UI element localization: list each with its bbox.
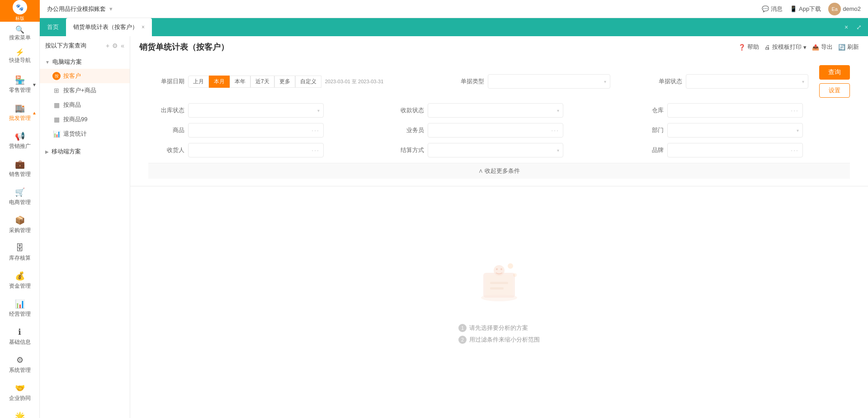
sidebar-item-ecommerce[interactable]: 🛒 电商管理	[0, 183, 39, 211]
app-title: 办公用品行业模拟账套	[47, 5, 106, 13]
header-app-download[interactable]: 📱 App下载	[790, 5, 821, 13]
scheme-item-by-goods99[interactable]: ▦ 按商品99	[40, 112, 130, 127]
empty-state-icon	[472, 259, 526, 313]
tab-close-icon[interactable]: ×	[142, 24, 145, 30]
warehouse-dots: ···	[791, 107, 799, 114]
sidebar-item-retail[interactable]: 🏪 零售管理 ▼	[0, 71, 39, 99]
query-button[interactable]: 查询	[819, 65, 850, 80]
payment-arrow-icon: ▾	[557, 108, 559, 113]
recipient-filter[interactable]: ···	[188, 143, 324, 157]
dept-filter[interactable]: ▾	[667, 123, 803, 138]
sidebar-item-newbie[interactable]: 🌟 新手引导	[0, 407, 39, 418]
warehouse-filter[interactable]: ···	[667, 103, 803, 118]
doc-status-filter[interactable]: ▾	[686, 74, 808, 89]
export-action[interactable]: 📤 导出	[812, 43, 833, 51]
sidebar-item-purchase[interactable]: 📦 采购管理	[0, 211, 39, 239]
doc-status-filter-label: 单据状态	[646, 77, 682, 86]
scheme-item-by-goods[interactable]: ▦ 按商品	[40, 98, 130, 112]
sidebar-item-wholesale-label: 批发管理	[9, 114, 31, 122]
settlement-filter[interactable]: ▾	[428, 143, 563, 157]
date-btn-last-month[interactable]: 上月	[188, 76, 209, 88]
page-title: 销货单统计表（按客户）	[139, 42, 229, 52]
print-action[interactable]: 🖨 按模板打印 ▾	[764, 43, 807, 51]
collapse-row[interactable]: ∧ 收起更多条件	[148, 163, 850, 179]
refresh-action[interactable]: 🔄 刷新	[838, 43, 859, 51]
sidebar-item-basic[interactable]: ℹ 基础信息	[0, 323, 39, 351]
settings-scheme-icon[interactable]: ⚙	[112, 42, 118, 49]
goods-filter[interactable]: ···	[188, 123, 324, 138]
header-message[interactable]: 💬 消息	[762, 5, 783, 13]
ecommerce-icon: 🛒	[15, 187, 25, 197]
top-header-right: 💬 消息 📱 App下载 Ea demo2	[762, 3, 861, 15]
payment-filter[interactable]: ▾	[428, 103, 563, 118]
logo-subtitle: 标版	[15, 15, 24, 22]
by-customer-goods-icon: ⊞	[52, 86, 61, 95]
date-btn-custom[interactable]: 自定义	[295, 76, 321, 88]
sidebar-item-basic-label: 基础信息	[9, 338, 31, 346]
export-label: 导出	[821, 43, 833, 51]
header-user[interactable]: Ea demo2	[828, 3, 861, 15]
scheme-group-mobile-header[interactable]: ▶ 移动端方案	[40, 145, 130, 158]
settlement-filter-label: 结算方式	[388, 146, 424, 154]
scheme-item-by-customer[interactable]: 按 按客户	[40, 69, 130, 83]
settings-button[interactable]: 设置	[819, 83, 850, 98]
doc-type-filter[interactable]: ▾	[488, 74, 610, 89]
expand-arrow-retail: ▼	[32, 82, 37, 87]
collapse-panel-icon[interactable]: «	[121, 42, 124, 49]
tip-num-2: 2	[458, 336, 467, 344]
print-icon: 🖨	[764, 44, 770, 51]
sidebar-item-finance[interactable]: 💰 资金管理	[0, 266, 39, 294]
svg-point-4	[496, 268, 498, 270]
sidebar-item-operation[interactable]: 📊 经营管理	[0, 294, 39, 323]
help-action[interactable]: ❓ 帮助	[738, 43, 759, 51]
sidebar-item-enterprise[interactable]: 🤝 企业协同	[0, 379, 39, 407]
date-btn-this-year[interactable]: 本年	[230, 76, 250, 88]
scheme-item-return-stats[interactable]: 📊 退货统计	[40, 127, 130, 141]
scheme-item-by-customer-goods[interactable]: ⊞ 按客户+商品	[40, 83, 130, 98]
wholesale-icon: 🏬	[15, 103, 25, 113]
sidebar-item-sales[interactable]: 💼 销售管理	[0, 155, 39, 183]
sidebar-quick-nav[interactable]: ⚡ 快捷导航	[0, 45, 39, 67]
sidebar-item-finance-label: 资金管理	[9, 282, 31, 290]
app-title-dropdown-icon[interactable]: ▾	[109, 5, 113, 12]
help-label: 帮助	[747, 43, 759, 51]
date-btn-more[interactable]: 更多	[274, 76, 295, 88]
settlement-arrow-icon: ▾	[557, 148, 559, 153]
tab-sales-stats[interactable]: 销货单统计表（按客户） ×	[66, 18, 152, 36]
staff-filter[interactable]: ···	[428, 123, 563, 138]
tab-home[interactable]: 首页	[40, 18, 66, 36]
delivery-filter-label: 出库状态	[148, 106, 184, 114]
return-stats-icon: 📊	[52, 130, 61, 138]
dept-filter-label: 部门	[627, 126, 664, 134]
tab-minimize-btn[interactable]: ×	[841, 22, 852, 33]
date-btn-7days[interactable]: 近7天	[250, 76, 274, 88]
brand-filter[interactable]: ···	[667, 143, 803, 157]
sidebar-item-system[interactable]: ⚙ 系统管理	[0, 351, 39, 379]
delivery-filter[interactable]: ▾	[188, 103, 324, 118]
page-actions: ❓ 帮助 🖨 按模板打印 ▾ 📤 导出 🔄	[738, 43, 859, 51]
tab-maximize-btn[interactable]: ⤢	[854, 22, 864, 33]
sidebar-item-marketing[interactable]: 📢 营销推广	[0, 127, 39, 155]
by-customer-icon: 按	[52, 72, 61, 80]
sidebar-logo: 🐾 标版	[0, 0, 40, 22]
sidebar-search-menu[interactable]: 🔍 搜索菜单	[9, 22, 31, 45]
basic-icon: ℹ	[18, 327, 21, 337]
filter-row-recipient: 收货人 ··· 结算方式 ▾ 品牌	[148, 143, 850, 157]
top-header-left: 办公用品行业模拟账套 ▾	[47, 5, 113, 13]
recipient-filter-label: 收货人	[148, 146, 184, 154]
date-btn-this-month[interactable]: 本月	[209, 76, 230, 88]
sidebar-item-marketing-label: 营销推广	[9, 142, 31, 150]
add-scheme-icon[interactable]: +	[106, 42, 109, 49]
tip-num-1: 1	[458, 324, 467, 332]
sidebar-item-inventory[interactable]: 🗄 库存核算	[0, 239, 39, 266]
scheme-group-desktop-header[interactable]: ▼ 电脑端方案	[40, 55, 130, 69]
retail-icon: 🏪	[15, 75, 25, 85]
tip-item-2: 2 用过滤条件来缩小分析范围	[458, 334, 540, 346]
left-panel-actions: + ⚙ «	[106, 42, 124, 49]
svg-rect-2	[486, 275, 513, 295]
left-panel-title: 按以下方案查询	[45, 42, 86, 50]
svg-point-8	[508, 263, 513, 269]
sidebar-item-wholesale[interactable]: 🏬 批发管理 ▲	[0, 99, 39, 127]
brand-filter-label: 品牌	[627, 146, 664, 154]
by-goods-icon: ▦	[52, 101, 61, 109]
